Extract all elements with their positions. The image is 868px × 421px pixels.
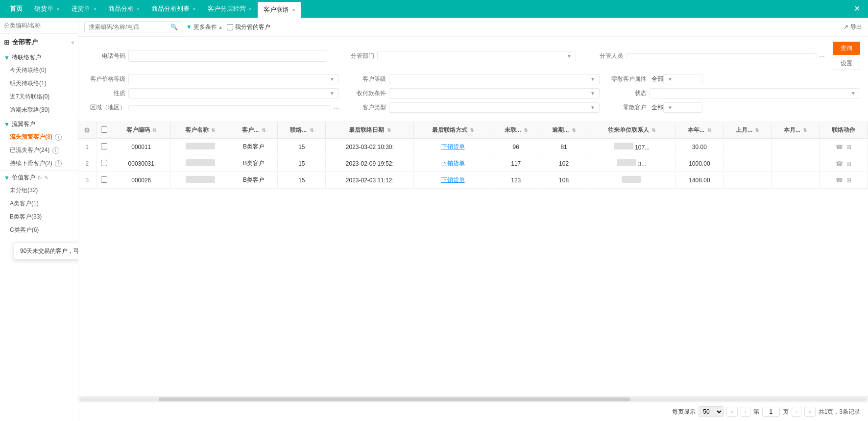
tab-product-list[interactable]: 商品分析列表 × <box>145 0 201 18</box>
sidebar-pending-title[interactable]: ▼ 待联络客户 <box>0 50 78 64</box>
row-thismonth-0 <box>772 139 820 155</box>
filter-phone-input[interactable] <box>128 50 327 62</box>
sidebar-item-7days[interactable]: 近7天待联络(0) <box>0 90 78 103</box>
filter-dept-select[interactable]: ▼ <box>377 51 576 61</box>
tab-sales-close[interactable]: × <box>56 6 59 12</box>
col-this-month[interactable]: 本月... ⇅ <box>772 122 820 139</box>
sidebar-item-hold-down[interactable]: 持续下滑客户(2) i <box>0 157 78 170</box>
sidebar-search-input[interactable] <box>4 22 77 29</box>
sidebar-value-title[interactable]: ▼ 价值客户 ↻ ✎ <box>0 171 78 184</box>
scrollbar-thumb[interactable] <box>159 397 630 401</box>
row-action-contact-icon[interactable]: ☎ <box>836 160 843 167</box>
row-check-0[interactable] <box>96 139 112 155</box>
info-icon-lost-pre[interactable]: i <box>55 134 62 141</box>
info-icon-hold-down[interactable]: i <box>55 160 62 167</box>
row-check-1[interactable] <box>96 155 112 172</box>
tab-purchase-close[interactable]: × <box>93 6 96 12</box>
my-customers-checkbox[interactable] <box>227 24 233 30</box>
row-uncontacted-0: 96 <box>492 139 540 155</box>
col-name[interactable]: 客户名称 ⇅ <box>171 122 230 139</box>
sidebar-lost-title[interactable]: ▼ 流翼客户 <box>0 117 78 130</box>
horizontal-scrollbar[interactable] <box>78 396 868 402</box>
sidebar-item-c-class[interactable]: C类客户(6) <box>0 223 78 237</box>
first-page-btn[interactable]: « <box>726 407 738 417</box>
col-this-year[interactable]: 本年... ⇅ <box>675 122 723 139</box>
page-input[interactable] <box>762 407 780 417</box>
sidebar-item-ungroup[interactable]: 未分组(32) <box>0 184 78 197</box>
main-search-input[interactable] <box>89 24 170 30</box>
row-method-1[interactable]: 下销货单 <box>414 155 492 172</box>
main-search-icon[interactable]: 🔍 <box>170 24 178 30</box>
col-company-contact[interactable]: 往来单位联系人 ⇅ <box>588 122 675 139</box>
my-customers-filter[interactable]: 我分管的客户 <box>227 23 270 31</box>
row-action-1[interactable]: ☎ ⊞ <box>820 155 868 172</box>
tab-home[interactable]: 首页 <box>4 0 28 18</box>
collapse-icon[interactable]: « <box>71 40 74 45</box>
sidebar-item-a-class[interactable]: A类客户(1) <box>0 197 78 210</box>
query-btn[interactable]: 查询 <box>833 42 860 55</box>
row-action-more-icon[interactable]: ⊞ <box>846 177 851 184</box>
filter-zero-attr-select[interactable]: ▼ <box>663 74 702 84</box>
row-method-2[interactable]: 下销货单 <box>414 172 492 189</box>
row-action-0[interactable]: ☎ ⊞ <box>820 139 868 155</box>
filter-cust-grade-select[interactable]: ▼ <box>389 74 600 84</box>
col-code[interactable]: 客户编码 ⇅ <box>112 122 171 139</box>
scrollbar-track[interactable] <box>80 397 866 401</box>
filter-more-btn[interactable]: ▼ 更多条件 ▲ <box>186 23 223 31</box>
col-last-date[interactable]: 最后联络日期 ⇅ <box>326 122 414 139</box>
tab-customer-segment[interactable]: 客户分层经营 × <box>202 0 258 18</box>
settings-gear-icon[interactable]: ⚙ <box>84 126 90 134</box>
filter-status-select[interactable]: ▼ <box>650 88 860 99</box>
tab-product-analysis[interactable]: 商品分析 × <box>102 0 145 18</box>
sidebar-item-today[interactable]: 今天待联络(0) <box>0 64 78 77</box>
col-contact[interactable]: 联络... ⇅ <box>278 122 326 139</box>
sidebar-item-lost[interactable]: 已流失客户(24) i <box>0 144 78 157</box>
sidebar-item-overdue[interactable]: 逾期未联络(30) <box>0 103 78 117</box>
tab-product-analysis-close[interactable]: × <box>137 6 140 12</box>
row-method-0[interactable]: 下销货单 <box>414 139 492 155</box>
row-action-contact-icon[interactable]: ☎ <box>836 144 843 150</box>
filter-cust-type-select[interactable]: ▼ <box>389 102 600 113</box>
col-last-month[interactable]: 上月... ⇅ <box>723 122 772 139</box>
filter-person-select[interactable] <box>626 53 817 58</box>
col-uncontacted[interactable]: 未联... ⇅ <box>492 122 540 139</box>
export-btn[interactable]: ↗ 导出 <box>844 23 862 31</box>
sidebar-all-customers[interactable]: ⊞ 全部客户 « <box>0 34 78 50</box>
row-action-contact-icon[interactable]: ☎ <box>836 177 843 184</box>
row-action-more-icon[interactable]: ⊞ <box>846 144 851 150</box>
value-edit-icon[interactable]: ✎ <box>44 174 49 181</box>
col-overdue[interactable]: 逾期... ⇅ <box>540 122 588 139</box>
tab-customer-segment-close[interactable]: × <box>249 6 252 12</box>
row-action-2[interactable]: ☎ ⊞ <box>820 172 868 189</box>
tab-purchase[interactable]: 进货单 × <box>65 0 102 18</box>
sidebar-item-lost-pre[interactable]: 流失预警客户(3) i <box>0 130 78 144</box>
tab-sales[interactable]: 销货单 × <box>28 0 65 18</box>
filter-person-dots[interactable]: ··· <box>819 52 825 60</box>
window-close-btn[interactable]: ✕ <box>850 4 864 13</box>
next-page-btn[interactable]: › <box>792 407 801 417</box>
settings-btn[interactable]: 设置 <box>833 57 860 70</box>
filter-payment-select[interactable]: ▼ <box>389 88 600 99</box>
select-all-checkbox[interactable] <box>101 126 107 133</box>
filter-region-select[interactable] <box>128 105 331 110</box>
last-page-btn[interactable]: » <box>804 407 816 417</box>
tooltip-text: 90天未交易的客户，可能有流失风险。 <box>20 248 78 254</box>
row-check-2[interactable] <box>96 172 112 189</box>
col-customer-type[interactable]: 客户... ⇅ <box>230 122 278 139</box>
main-layout: 🔍 ⊞ 全部客户 « ▼ 待联络客户 今天待联络(0) 明天待联络(1) 近7天… <box>0 18 868 421</box>
tab-customer-contact[interactable]: 客户联络 × <box>258 2 301 18</box>
filter-region-dots[interactable]: ··· <box>333 104 339 112</box>
filter-nature-select[interactable]: ▼ <box>128 88 339 99</box>
filter-retail-select[interactable]: ▼ <box>663 102 702 113</box>
value-refresh-icon[interactable]: ↻ <box>37 174 42 181</box>
per-page-select[interactable]: 50 20 100 <box>699 406 723 417</box>
filter-price-grade-select[interactable]: ▼ <box>128 74 339 84</box>
info-icon-lost[interactable]: i <box>52 147 59 154</box>
row-action-more-icon[interactable]: ⊞ <box>846 160 851 167</box>
sidebar-item-b-class[interactable]: B类客户(33) <box>0 210 78 223</box>
sidebar-item-tomorrow[interactable]: 明天待联络(1) <box>0 77 78 90</box>
prev-page-btn[interactable]: ‹ <box>741 407 750 417</box>
col-last-method[interactable]: 最后联络方式 ⇅ <box>414 122 492 139</box>
tab-customer-contact-close[interactable]: × <box>292 7 295 13</box>
tab-product-list-close[interactable]: × <box>193 6 195 12</box>
